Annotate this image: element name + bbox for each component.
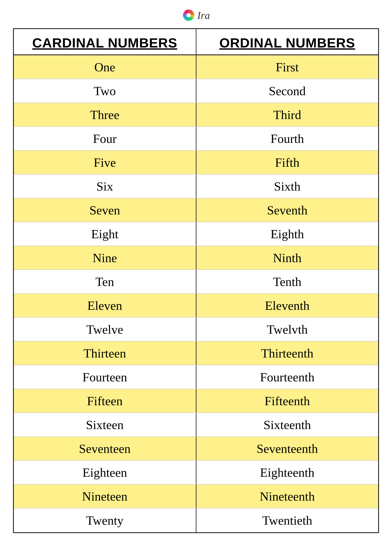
cardinal-cell: Eleven bbox=[14, 294, 196, 317]
table-row: ThreeThird bbox=[14, 103, 378, 127]
table-row: FourFourth bbox=[14, 127, 378, 151]
cardinal-cell: Two bbox=[14, 79, 196, 102]
table-header: CARDINAL NUMBERS ORDINAL NUMBERS bbox=[14, 29, 378, 55]
table-row: NineteenNineteenth bbox=[14, 485, 378, 508]
cardinal-header: CARDINAL NUMBERS bbox=[14, 29, 196, 54]
cardinal-cell: Ten bbox=[14, 270, 196, 293]
ordinal-header: ORDINAL NUMBERS bbox=[196, 29, 378, 54]
ordinal-cell: Third bbox=[196, 103, 378, 126]
ordinal-cell: First bbox=[196, 55, 378, 79]
logo-area: Ira bbox=[182, 9, 210, 22]
table-row: SeventeenSeventeenth bbox=[14, 437, 378, 461]
ordinal-cell: Nineteenth bbox=[196, 485, 378, 508]
logo-text: Ira bbox=[197, 9, 210, 21]
cardinal-cell: Seventeen bbox=[14, 437, 196, 460]
ordinal-cell: Fifteenth bbox=[196, 389, 378, 413]
ordinal-cell: Twentieth bbox=[196, 508, 378, 532]
table-row: ElevenEleventh bbox=[14, 294, 378, 318]
cardinal-cell: Twelve bbox=[14, 318, 196, 341]
table-row: OneFirst bbox=[14, 55, 378, 79]
cardinal-cell: Six bbox=[14, 175, 196, 198]
ordinal-cell: Seventh bbox=[196, 198, 378, 222]
cardinal-cell: Five bbox=[14, 151, 196, 174]
table-row: SixteenSixteenth bbox=[14, 413, 378, 437]
cardinal-cell: Three bbox=[14, 103, 196, 126]
cardinal-cell: Nine bbox=[14, 246, 196, 270]
cardinal-cell: Sixteen bbox=[14, 413, 196, 436]
ordinal-cell: Tenth bbox=[196, 270, 378, 293]
ordinal-cell: Thirteenth bbox=[196, 342, 378, 365]
cardinal-cell: Nineteen bbox=[14, 485, 196, 508]
cardinal-cell: Thirteen bbox=[14, 342, 196, 365]
table-row: TwoSecond bbox=[14, 79, 378, 103]
table-row: FourteenFourteenth bbox=[14, 365, 378, 389]
cardinal-cell: Eighteen bbox=[14, 461, 196, 484]
ordinal-cell: Sixteenth bbox=[196, 413, 378, 436]
table-row: TenTenth bbox=[14, 270, 378, 294]
ordinal-cell: Ninth bbox=[196, 246, 378, 270]
table-row: EightEighth bbox=[14, 222, 378, 246]
table-row: FiveFifth bbox=[14, 151, 378, 175]
ordinal-cell: Fifth bbox=[196, 151, 378, 174]
cardinal-cell: Eight bbox=[14, 222, 196, 246]
table-row: SevenSeventh bbox=[14, 198, 378, 222]
ordinal-cell: Eighth bbox=[196, 222, 378, 246]
svg-point-1 bbox=[186, 13, 191, 17]
table-row: SixSixth bbox=[14, 175, 378, 198]
ordinal-cell: Fourteenth bbox=[196, 365, 378, 389]
ordinal-cell: Eleventh bbox=[196, 294, 378, 317]
cardinal-cell: Twenty bbox=[14, 508, 196, 532]
table-row: EighteenEighteenth bbox=[14, 461, 378, 485]
ordinal-cell: Twelvth bbox=[196, 318, 378, 341]
table-row: FifteenFifteenth bbox=[14, 389, 378, 413]
table-row: TwentyTwentieth bbox=[14, 508, 378, 532]
ordinal-cell: Seventeenth bbox=[196, 437, 378, 460]
ordinal-cell: Eighteenth bbox=[196, 461, 378, 484]
table-body: OneFirstTwoSecondThreeThirdFourFourthFiv… bbox=[14, 55, 378, 532]
table-row: TwelveTwelvth bbox=[14, 318, 378, 342]
cardinal-cell: Four bbox=[14, 127, 196, 150]
table-row: NineNinth bbox=[14, 246, 378, 270]
logo-icon bbox=[182, 9, 195, 22]
numbers-table: CARDINAL NUMBERS ORDINAL NUMBERS OneFirs… bbox=[13, 28, 379, 533]
ordinal-cell: Fourth bbox=[196, 127, 378, 150]
cardinal-cell: Fifteen bbox=[14, 389, 196, 413]
ordinal-cell: Sixth bbox=[196, 175, 378, 198]
cardinal-cell: Fourteen bbox=[14, 365, 196, 389]
ordinal-cell: Second bbox=[196, 79, 378, 102]
table-row: ThirteenThirteenth bbox=[14, 342, 378, 365]
cardinal-cell: One bbox=[14, 55, 196, 79]
cardinal-cell: Seven bbox=[14, 198, 196, 222]
